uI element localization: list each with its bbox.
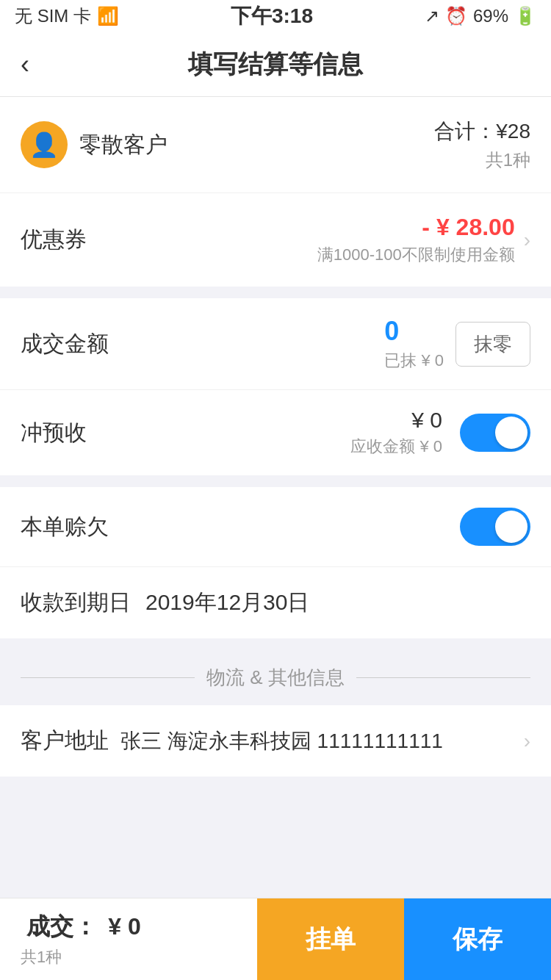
address-value: 张三 海淀永丰科技园 11111111111	[120, 727, 524, 755]
due-date-row: 收款到期日 2019年12月30日	[0, 566, 551, 638]
status-bar: 无 SIM 卡 📶 下午3:18 ↗ ⏰ 69% 🔋	[0, 0, 551, 32]
customer-total: 合计：¥28	[434, 118, 530, 145]
coupon-right: - ¥ 28.00 满1000-100不限制使用金额 ›	[317, 214, 530, 266]
customer-name: 零散客户	[79, 130, 168, 160]
customer-left: 👤 零散客户	[21, 121, 168, 168]
logistics-divider: 物流 & 其他信息	[0, 650, 551, 705]
prepaid-toggle[interactable]	[460, 414, 530, 452]
avatar: 👤	[21, 121, 68, 168]
page-title: 填写结算等信息	[188, 48, 363, 82]
hold-button[interactable]: 挂单	[257, 898, 404, 981]
deal-label: 成交：	[26, 913, 97, 940]
coupon-chevron-icon: ›	[524, 228, 530, 252]
bottom-deal: 成交： ¥ 0	[21, 911, 237, 943]
divider-line-right	[356, 677, 530, 678]
customer-card: 👤 零散客户 合计：¥28 共1种 优惠券 - ¥ 28.00 满1000-10…	[0, 97, 551, 287]
transaction-row: 成交金额 0 已抹 ¥ 0 抹零	[0, 298, 551, 389]
prepaid-row: 冲预收 ¥ 0 应收金额 ¥ 0	[0, 389, 551, 475]
bottom-bar: 成交： ¥ 0 共1种 挂单 保存	[0, 898, 551, 980]
save-button[interactable]: 保存	[404, 898, 551, 981]
status-left: 无 SIM 卡 📶	[15, 4, 119, 28]
bottom-info: 成交： ¥ 0 共1种	[0, 911, 257, 968]
logistics-label: 物流 & 其他信息	[206, 665, 345, 691]
address-chevron-icon: ›	[524, 729, 530, 753]
prepaid-right: ¥ 0 应收金额 ¥ 0	[350, 408, 530, 458]
prepaid-amount: ¥ 0	[350, 408, 442, 433]
customer-row: 👤 零散客户 合计：¥28 共1种	[0, 97, 551, 192]
coupon-row[interactable]: 优惠券 - ¥ 28.00 满1000-100不限制使用金额 ›	[0, 192, 551, 287]
address-row[interactable]: 客户地址 张三 海淀永丰科技园 11111111111 ›	[0, 705, 551, 777]
customer-right: 合计：¥28 共1种	[434, 118, 530, 172]
bottom-count: 共1种	[21, 946, 237, 968]
coupon-desc: 满1000-100不限制使用金额	[317, 244, 515, 266]
transaction-sub: 已抹 ¥ 0	[384, 350, 444, 372]
debt-row: 本单赊欠	[0, 487, 551, 566]
status-time: 下午3:18	[231, 2, 313, 30]
transaction-right: 0 已抹 ¥ 0 抹零	[384, 316, 530, 372]
address-section: 客户地址 张三 海淀永丰科技园 11111111111 ›	[0, 705, 551, 777]
debt-section: 本单赊欠 收款到期日 2019年12月30日	[0, 487, 551, 638]
deal-amount: ¥ 0	[108, 913, 140, 940]
due-date-label: 收款到期日	[21, 588, 131, 618]
location-icon: ↗	[425, 6, 439, 26]
nav-bar: ‹ 填写结算等信息	[0, 32, 551, 97]
transaction-section: 成交金额 0 已抹 ¥ 0 抹零 冲预收 ¥ 0 应收金额 ¥ 0	[0, 298, 551, 475]
debt-label: 本单赊欠	[21, 512, 109, 542]
prepaid-amount-block: ¥ 0 应收金额 ¥ 0	[350, 408, 442, 458]
coupon-value: - ¥ 28.00	[317, 214, 515, 241]
address-label: 客户地址	[21, 726, 109, 756]
customer-count: 共1种	[434, 148, 530, 172]
debt-toggle[interactable]	[460, 508, 530, 546]
transaction-label: 成交金额	[21, 329, 109, 359]
wifi-icon: 📶	[97, 6, 119, 26]
prepaid-label: 冲预收	[21, 418, 87, 448]
alarm-icon: ⏰	[445, 6, 467, 26]
battery-text: 69%	[473, 6, 508, 26]
due-date-value: 2019年12月30日	[145, 588, 309, 618]
avatar-icon: 👤	[29, 131, 59, 159]
divider-line-left	[21, 677, 195, 678]
prepaid-sub: 应收金额 ¥ 0	[350, 436, 442, 458]
transaction-amount: 0	[384, 316, 444, 347]
coupon-label: 优惠券	[21, 225, 87, 255]
battery-icon: 🔋	[514, 6, 536, 26]
round-off-button[interactable]: 抹零	[455, 322, 530, 367]
back-button[interactable]: ‹	[21, 49, 29, 80]
no-sim-text: 无 SIM 卡	[15, 4, 91, 28]
status-right: ↗ ⏰ 69% 🔋	[425, 6, 536, 26]
main-content: 👤 零散客户 合计：¥28 共1种 优惠券 - ¥ 28.00 满1000-10…	[0, 97, 551, 865]
